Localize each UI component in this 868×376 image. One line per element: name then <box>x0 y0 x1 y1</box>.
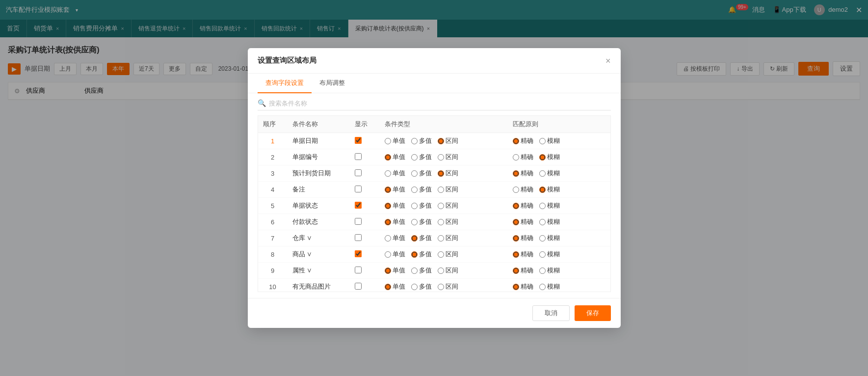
dialog-header: 设置查询区域布局 × <box>248 48 621 74</box>
modal-overlay: 设置查询区域布局 × 查询字段设置 布局调整 🔍 顺序 条件名称 <box>0 0 868 108</box>
dialog-body: 🔍 顺序 条件名称 显示 条件类型 匹配原则 <box>248 93 621 108</box>
dialog-tab-fields[interactable]: 查询字段设置 <box>258 74 312 93</box>
dialog-tabs: 查询字段设置 布局调整 <box>248 74 621 93</box>
dialog-tab-layout[interactable]: 布局调整 <box>312 74 353 93</box>
dialog-search-area: 🔍 <box>258 99 611 108</box>
settings-dialog: 设置查询区域布局 × 查询字段设置 布局调整 🔍 顺序 条件名称 <box>248 48 621 108</box>
search-input[interactable] <box>269 100 367 107</box>
dialog-close-button[interactable]: × <box>605 56 611 65</box>
search-icon: 🔍 <box>258 99 266 107</box>
dialog-title: 设置查询区域布局 <box>258 56 316 65</box>
